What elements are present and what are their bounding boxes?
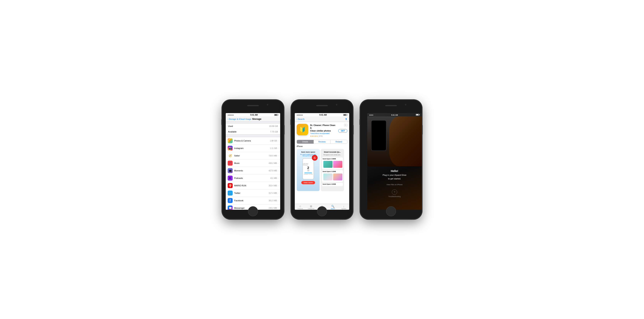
used-value: 19.58 GB	[269, 125, 278, 127]
screenshot-1: Save more space No need to delete any fi…	[297, 149, 320, 191]
hello-line2: Plug in your iXpand Drive	[382, 174, 406, 176]
app-name-8: Facebook	[234, 200, 269, 202]
chevron-icon-5: ›	[278, 177, 278, 179]
back-label-2[interactable]: Search	[298, 118, 304, 120]
app-icon-large: 🔰	[297, 124, 308, 135]
rating-count: (370)	[318, 135, 322, 137]
camera-3	[405, 104, 406, 106]
thumb-hdr	[323, 161, 332, 168]
clean-cache-button[interactable]: Clean Cache	[301, 181, 315, 184]
app-list-section: 🌈Photos & Camera1.88 GB›📷Instagram1.11 G…	[226, 137, 280, 210]
app-icon-momento: 🏔	[228, 168, 233, 173]
troubleshooting-label[interactable]: Troubleshooting	[388, 196, 401, 198]
signal-3: ●●●●	[369, 114, 374, 116]
camera-1	[267, 104, 268, 106]
app-row-0[interactable]: 🌈Photos & Camera1.88 GB›	[226, 137, 280, 144]
app-row-7[interactable]: 🐦Twitter317.4 MB›	[226, 190, 280, 197]
battery-icons-2	[343, 114, 347, 116]
time-2: 9:41 AM	[320, 114, 327, 116]
app-icon-twitter: 🐦	[228, 190, 233, 196]
battery-2	[343, 114, 347, 116]
thumb-land	[333, 161, 342, 168]
app-row-6[interactable]: 🍄MARIO RUN353.4 MB›	[226, 182, 280, 190]
appstore-screen: ●●●●● 9:41 AM ‹ Search ⬆	[295, 113, 349, 210]
chevron-icon-3: ›	[278, 162, 278, 164]
tab-categories[interactable]: ⊞ Categories	[306, 205, 317, 209]
app-developer[interactable]: Trend Micro Incorporated	[310, 132, 336, 134]
page-title-1: Storage	[252, 118, 262, 120]
chevron-icon-6: ›	[278, 184, 278, 187]
ss1-title: Save more space	[301, 151, 315, 153]
chevron-left-icon-1: ‹	[228, 118, 228, 120]
home-button-1[interactable]	[248, 206, 258, 216]
app-row-3[interactable]: 🎵Music430.2 MB›	[226, 160, 280, 167]
updates-label: Updates	[341, 208, 346, 209]
app-size-2: 720.5 MB	[269, 155, 277, 157]
used-label: Used	[228, 125, 233, 127]
app-icon-safari: 🧭	[228, 153, 233, 158]
status-bar-3: ●●●● 9:41 AM	[367, 113, 422, 116]
app-icon-facebook: f	[228, 198, 233, 203]
tab-search[interactable]: 🔍 Search	[327, 205, 338, 209]
tab-details[interactable]: Details	[297, 140, 314, 144]
app-size-9: 245.2 MB	[269, 207, 277, 209]
app-size-3: 430.2 MB	[269, 162, 277, 164]
ss1-gb: 2	[307, 166, 309, 170]
segment-tabs: Details Reviews Related	[297, 140, 347, 144]
help-icon[interactable]: ?	[392, 190, 397, 195]
app-size-7: 317.4 MB	[269, 192, 277, 194]
app-row-4[interactable]: 🏔Momento427.8 MB›	[226, 167, 280, 174]
categories-icon: ⊞	[310, 205, 312, 208]
signal-1: ●●●●●	[228, 114, 234, 116]
app-icon-messenger: 💬	[228, 206, 233, 210]
app-title: Dr. Cleaner: Phone Clean & Clean similar…	[310, 124, 336, 132]
tab-updates[interactable]: ↓ Updates	[338, 205, 349, 209]
app-info: Dr. Cleaner: Phone Clean & Clean similar…	[310, 124, 336, 137]
battery-3	[416, 114, 420, 116]
status-bar-2: ●●●●● 9:41 AM	[295, 113, 349, 116]
battery-icons-1	[274, 114, 278, 116]
app-size-8: 301.5 MB	[269, 200, 277, 202]
featured-label: Featured	[298, 208, 303, 209]
app-row-5[interactable]: 🎙Podcasts411 MB›	[226, 174, 280, 182]
iphone-label: iPhone	[295, 144, 349, 148]
app-name-3: Music	[234, 162, 269, 164]
tab-featured[interactable]: ☆ Featured	[295, 205, 306, 209]
app-name-5: Podcasts	[234, 177, 270, 179]
time-3: 9:41 AM	[391, 114, 398, 116]
app-rating-row: ★★★★★ (370)	[310, 135, 336, 137]
tab-related[interactable]: Related	[330, 140, 347, 144]
time-1: 9:41 AM	[250, 114, 258, 116]
speaker-1	[247, 105, 259, 106]
hello-text: Hello! Plug in your iXpand Drive to get …	[379, 166, 410, 181]
used-row: Used 19.58 GB	[226, 124, 280, 129]
get-button[interactable]: GET	[338, 129, 347, 133]
app-row-2[interactable]: 🧭Safari720.5 MB›	[226, 152, 280, 160]
updates-icon: ↓	[343, 205, 344, 208]
appstore-nav: ‹ Search ⬆	[295, 116, 349, 122]
app-icon-instagram: 📷	[228, 146, 233, 151]
home-button-2[interactable]	[317, 206, 327, 216]
back-button-1[interactable]: ‹ Storage & iCloud Usage	[228, 118, 252, 120]
back-label-1[interactable]: Storage & iCloud Usage	[229, 118, 252, 120]
app-row-1[interactable]: 📷Instagram1.11 GB›	[226, 144, 280, 152]
age-badge: 4+	[344, 124, 347, 126]
chevron-icon-0: ›	[278, 140, 278, 142]
speaker-3	[385, 105, 397, 106]
status-bar-1: ●●●●● 9:41 AM	[226, 113, 280, 116]
app-size-1: 1.11 GB	[270, 147, 277, 149]
ixpand-content: ●●●● 9:41 AM Hello!	[367, 113, 422, 210]
tab-reviews[interactable]: Reviews	[314, 140, 331, 144]
thumb-3	[323, 174, 332, 180]
ss2-sub: Recognize more similar pho...	[322, 154, 342, 156]
app-size-6: 353.4 MB	[269, 184, 277, 187]
share-button[interactable]: ⬆	[345, 118, 347, 120]
view-files-button[interactable]: View Files on iPhone	[386, 184, 402, 186]
storage-screen: ●●●●● 9:41 AM ‹ Storage & iCloud Usage S…	[226, 113, 280, 210]
app-row-8[interactable]: fFacebook301.5 MB›	[226, 197, 280, 204]
available-value: 7.75 GB	[270, 130, 278, 133]
storage-usage-section: Used 19.58 GB Available 7.75 GB	[226, 123, 280, 134]
available-row: Available 7.75 GB	[226, 129, 280, 134]
chevron-left-icon-2: ‹	[297, 118, 298, 120]
back-button-2[interactable]: ‹ Search	[297, 118, 304, 120]
